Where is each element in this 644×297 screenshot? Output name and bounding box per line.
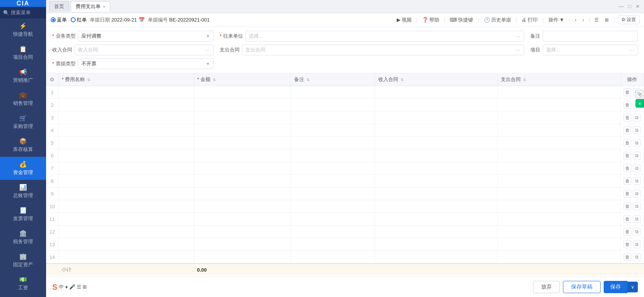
- window-minimize-btn[interactable]: —: [617, 3, 625, 9]
- sidebar-search[interactable]: 🔍 搜索菜单: [0, 7, 46, 18]
- view-grid-btn[interactable]: ⊞: [603, 17, 610, 23]
- sidebar-item-marketing[interactable]: 📢 营销推广: [0, 65, 46, 88]
- sort-icon[interactable]: ⇅: [213, 78, 216, 82]
- sort-icon[interactable]: ⇅: [401, 78, 404, 82]
- row-copy-icon[interactable]: ⧉: [633, 241, 641, 248]
- business-type-input[interactable]: 应付调整 ▼: [78, 31, 214, 41]
- sidebar-item-quick-nav[interactable]: ⚡ 快捷导航: [0, 18, 46, 41]
- actions-btn[interactable]: 操作 ▼: [547, 16, 566, 24]
- cell-note[interactable]: [291, 238, 375, 251]
- cell-amount[interactable]: [194, 213, 291, 226]
- cell-expense-name[interactable]: [58, 99, 194, 111]
- cell-amount[interactable]: [194, 99, 291, 111]
- row-delete-icon[interactable]: 🗑: [624, 215, 631, 223]
- row-copy-icon[interactable]: ⧉: [633, 190, 641, 197]
- cell-note[interactable]: [291, 226, 375, 238]
- cell-expense-name[interactable]: [58, 149, 194, 162]
- cell-note[interactable]: [291, 149, 375, 162]
- sidebar-item-inventory[interactable]: 📦 库存核算: [0, 134, 46, 157]
- row-delete-icon[interactable]: 🗑: [624, 152, 631, 159]
- note-input[interactable]: [543, 31, 638, 41]
- right-float-btn-2[interactable]: ≡: [636, 99, 644, 108]
- cell-expense-contract[interactable]: [498, 213, 621, 226]
- sidebar-item-ops[interactable]: 📈 经营管理: [0, 295, 46, 297]
- row-copy-icon[interactable]: ⧉: [633, 126, 641, 134]
- window-close-btn[interactable]: ×: [634, 3, 641, 10]
- cell-expense-contract[interactable]: [498, 226, 621, 238]
- cell-income-contract[interactable]: [375, 162, 498, 175]
- row-copy-icon[interactable]: ⧉: [633, 228, 641, 236]
- row-delete-icon[interactable]: 🗑: [624, 202, 631, 210]
- row-delete-icon[interactable]: 🗑: [624, 164, 631, 172]
- cell-expense-contract[interactable]: [498, 238, 621, 251]
- sidebar-item-fixed-assets[interactable]: 🏢 固定资产: [0, 249, 46, 272]
- nav-prev-btn[interactable]: ‹: [573, 17, 578, 23]
- cell-amount[interactable]: [194, 111, 291, 124]
- cell-note[interactable]: [291, 99, 375, 111]
- cell-expense-name[interactable]: [58, 226, 194, 238]
- cell-expense-contract[interactable]: [498, 124, 621, 137]
- sidebar-item-tax[interactable]: 🏛️ 税务管理: [0, 226, 46, 249]
- cell-note[interactable]: [291, 213, 375, 226]
- cell-expense-name[interactable]: [58, 137, 194, 149]
- save-draft-button[interactable]: 保存草稿: [563, 281, 601, 293]
- cell-expense-contract[interactable]: [498, 175, 621, 187]
- project-input[interactable]: 选择... ···: [543, 45, 638, 55]
- row-copy-icon[interactable]: ⧉: [633, 164, 641, 172]
- cell-expense-contract[interactable]: [498, 111, 621, 124]
- cell-amount[interactable]: [194, 86, 291, 99]
- radio-red-bill[interactable]: 红单: [71, 17, 87, 23]
- cell-note[interactable]: [291, 86, 375, 99]
- cell-income-contract[interactable]: [375, 99, 498, 111]
- tab-close-icon[interactable]: ×: [103, 4, 105, 9]
- cell-amount[interactable]: [194, 238, 291, 251]
- row-delete-icon[interactable]: 🗑: [624, 88, 631, 96]
- sort-icon[interactable]: ⇅: [523, 78, 526, 82]
- window-maximize-btn[interactable]: □: [627, 3, 633, 9]
- cell-note[interactable]: [291, 200, 375, 213]
- sidebar-item-project-contract[interactable]: 📋 项目合同: [0, 41, 46, 65]
- cell-income-contract[interactable]: [375, 213, 498, 226]
- cell-income-contract[interactable]: [375, 86, 498, 99]
- help-btn[interactable]: ❓ 帮助: [421, 16, 441, 24]
- cell-expense-contract[interactable]: [498, 99, 621, 111]
- row-delete-icon[interactable]: 🗑: [624, 114, 631, 121]
- row-copy-icon[interactable]: ⧉: [633, 114, 641, 121]
- cell-amount[interactable]: [194, 251, 291, 264]
- cell-expense-name[interactable]: [58, 238, 194, 251]
- shortcuts-btn[interactable]: ⌨ 快捷键: [448, 16, 475, 24]
- row-delete-icon[interactable]: 🗑: [624, 177, 631, 185]
- cell-income-contract[interactable]: [375, 251, 498, 264]
- tab-home[interactable]: 首页: [49, 1, 69, 12]
- cell-expense-name[interactable]: [58, 111, 194, 124]
- cell-income-contract[interactable]: [375, 124, 498, 137]
- cell-note[interactable]: [291, 124, 375, 137]
- income-contract-input[interactable]: 收入合同 ···: [74, 45, 214, 55]
- row-copy-icon[interactable]: ⧉: [633, 215, 641, 223]
- row-delete-icon[interactable]: 🗑: [624, 241, 631, 248]
- cell-amount[interactable]: [194, 187, 291, 200]
- cell-income-contract[interactable]: [375, 149, 498, 162]
- row-delete-icon[interactable]: 🗑: [624, 126, 631, 134]
- radio-blue-bill[interactable]: 蓝单: [51, 17, 67, 23]
- row-copy-icon[interactable]: ⧉: [633, 152, 641, 159]
- cell-note[interactable]: [291, 162, 375, 175]
- cell-income-contract[interactable]: [375, 175, 498, 187]
- nav-next-btn[interactable]: ›: [581, 17, 586, 23]
- settings-btn[interactable]: ⚙ 设置: [618, 15, 639, 24]
- right-float-btn-1[interactable]: 📎: [636, 90, 644, 98]
- row-delete-icon[interactable]: 🗑: [624, 101, 631, 109]
- cell-amount[interactable]: [194, 175, 291, 187]
- save-main-button[interactable]: 保存: [604, 281, 627, 293]
- cell-income-contract[interactable]: [375, 200, 498, 213]
- cell-expense-contract[interactable]: [498, 149, 621, 162]
- cell-expense-name[interactable]: [58, 86, 194, 99]
- history-btn[interactable]: 🕐 历史单据: [482, 16, 513, 24]
- sort-icon[interactable]: ⇅: [306, 78, 310, 82]
- invoice-type-input[interactable]: 不开票 ▼: [78, 58, 214, 69]
- row-copy-icon[interactable]: ⧉: [633, 139, 641, 147]
- cell-expense-name[interactable]: [58, 124, 194, 137]
- sidebar-item-payroll[interactable]: 💵 工资: [0, 272, 46, 295]
- table-config-icon[interactable]: ⚙: [50, 76, 55, 83]
- cell-income-contract[interactable]: [375, 111, 498, 124]
